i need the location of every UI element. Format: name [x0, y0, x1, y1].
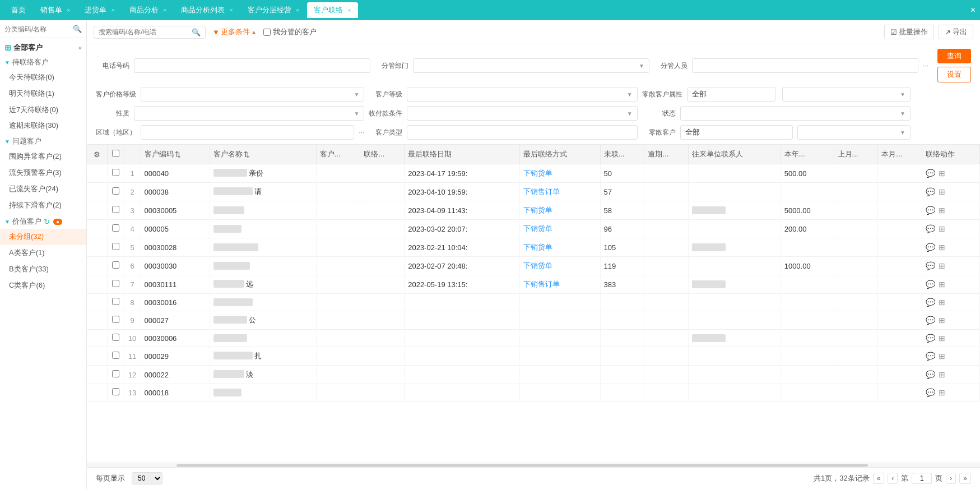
sidebar-group-value[interactable]: ▼ 价值客户 ↻ ● — [0, 213, 86, 229]
search-icon[interactable]: 🔍 — [73, 25, 82, 33]
next-page-btn[interactable]: › — [946, 473, 956, 484]
nav-tab-sales[interactable]: 销售单 × — [34, 2, 77, 18]
message-icon[interactable]: 💬 — [926, 187, 935, 196]
sidebar-item-class-b[interactable]: B类客户(33) — [0, 261, 86, 278]
select-all-checkbox[interactable] — [112, 150, 119, 157]
batch-operation-btn[interactable]: ☑ 批量操作 — [884, 25, 934, 39]
nav-tab-customer-tier[interactable]: 客户分层经营 × — [241, 2, 306, 18]
my-customers-checkbox[interactable]: 我分管的客户 — [263, 27, 317, 37]
grid-icon[interactable]: ⊞ — [939, 206, 945, 215]
nav-tab-customer-contact[interactable]: 客户联络 × — [307, 2, 357, 18]
payment-select[interactable]: ▼ — [407, 106, 637, 121]
retail-customer-select[interactable]: ▼ — [797, 125, 911, 140]
row-check[interactable] — [112, 334, 119, 341]
sidebar-item-tomorrow-pending[interactable]: 明天待联络(1) — [0, 86, 86, 102]
message-icon[interactable]: 💬 — [926, 298, 935, 307]
grid-icon[interactable]: ⊞ — [939, 352, 945, 361]
grid-icon[interactable]: ⊞ — [939, 298, 945, 307]
no-contact-column-header[interactable]: 未联... — [600, 145, 644, 164]
message-icon[interactable]: 💬 — [926, 352, 935, 361]
row-checkbox[interactable] — [107, 311, 124, 330]
row-check[interactable] — [112, 224, 119, 232]
sidebar-group-problem[interactable]: ▼ 问题客户 — [0, 134, 86, 149]
sidebar-item-unclassified[interactable]: 未分组(32) — [0, 229, 86, 245]
region-input[interactable] — [141, 125, 354, 140]
last-contact-way[interactable]: 下销售订单 — [519, 275, 600, 294]
collapse-icon[interactable]: « — [78, 44, 82, 51]
last-contact-way[interactable] — [519, 366, 600, 384]
nature-select[interactable]: ▼ — [134, 106, 364, 121]
sidebar-item-churn-warning[interactable]: 流失预警客户(3) — [0, 165, 86, 181]
manager-input[interactable] — [692, 58, 918, 73]
message-icon[interactable]: 💬 — [926, 206, 935, 215]
row-check[interactable] — [112, 243, 119, 250]
row-checkbox[interactable] — [107, 183, 124, 201]
close-icon[interactable]: × — [111, 7, 114, 13]
dept-select[interactable]: ▼ — [413, 58, 649, 73]
settings-icon[interactable]: ⚙ — [94, 150, 100, 159]
row-checkbox[interactable] — [107, 275, 124, 294]
last-contact-way[interactable] — [519, 347, 600, 366]
last-month-column-header[interactable]: 上月... — [834, 145, 878, 164]
grid-icon[interactable]: ⊞ — [939, 334, 945, 343]
customer-level-select[interactable]: ▼ — [407, 87, 637, 102]
message-icon[interactable]: 💬 — [926, 261, 935, 270]
row-check[interactable] — [112, 280, 119, 287]
grid-icon[interactable]: ⊞ — [939, 261, 945, 270]
last-contact-way[interactable]: 下销货单 — [519, 238, 600, 257]
retail-attr-select[interactable]: 全部 — [687, 87, 776, 102]
message-icon[interactable]: 💬 — [926, 370, 935, 379]
unit-contact-column-header[interactable]: 往来单位联系人 — [689, 145, 781, 164]
sidebar-item-overdue-pending[interactable]: 逾期未联络(30) — [0, 118, 86, 134]
last-page-btn[interactable]: » — [959, 473, 971, 484]
phone-input[interactable] — [134, 58, 370, 73]
export-btn[interactable]: ↗ 导出 — [939, 25, 973, 39]
row-checkbox[interactable] — [107, 220, 124, 238]
retail-customer-value-select[interactable]: 全部 — [680, 125, 793, 140]
grid-icon[interactable]: ⊞ — [939, 388, 945, 397]
message-icon[interactable]: 💬 — [926, 280, 935, 289]
row-check[interactable] — [112, 298, 119, 305]
row-checkbox[interactable] — [107, 294, 124, 311]
type-column-header[interactable]: 客户... — [316, 145, 360, 164]
this-year-column-header[interactable]: 本年... — [781, 145, 834, 164]
more-dots-icon[interactable]: ··· — [359, 128, 364, 136]
message-icon[interactable]: 💬 — [926, 169, 935, 178]
grid-icon[interactable]: ⊞ — [939, 187, 945, 196]
row-checkbox[interactable] — [107, 257, 124, 275]
sidebar-item-hoarding-abnormal[interactable]: 囤购异常客户(2) — [0, 149, 86, 165]
row-checkbox[interactable] — [107, 347, 124, 366]
row-checkbox[interactable] — [107, 366, 124, 384]
gear-column-header[interactable]: ⚙ — [87, 145, 107, 164]
last-contact-way[interactable]: 下销售订单 — [519, 183, 600, 201]
sidebar-item-class-c[interactable]: C类客户(6) — [0, 278, 86, 294]
page-input[interactable] — [912, 473, 932, 484]
message-icon[interactable]: 💬 — [926, 316, 935, 325]
overdue-column-header[interactable]: 逾期... — [644, 145, 689, 164]
row-check[interactable] — [112, 388, 119, 395]
contact-column-header[interactable]: 联络... — [360, 145, 405, 164]
row-check[interactable] — [112, 261, 119, 269]
message-icon[interactable]: 💬 — [926, 224, 935, 233]
row-check[interactable] — [112, 352, 119, 359]
message-icon[interactable]: 💬 — [926, 243, 935, 252]
last-contact-way[interactable]: 下销货单 — [519, 164, 600, 183]
message-icon[interactable]: 💬 — [926, 334, 935, 343]
last-contact-way[interactable]: 下销货单 — [519, 201, 600, 220]
sidebar-search-box[interactable]: 🔍 — [0, 20, 86, 38]
sidebar-all-customers[interactable]: ⊞ 全部客户 « — [0, 38, 86, 55]
grid-icon[interactable]: ⊞ — [939, 224, 945, 233]
last-contact-way-column-header[interactable]: 最后联络方式 — [519, 145, 600, 164]
sidebar-item-7days-pending[interactable]: 近7天待联络(0) — [0, 102, 86, 118]
sidebar-item-churned[interactable]: 已流失客户(24) — [0, 181, 86, 197]
row-checkbox[interactable] — [107, 164, 124, 183]
this-month-column-header[interactable]: 本月... — [878, 145, 922, 164]
more-dots-icon[interactable]: ··· — [923, 62, 928, 70]
last-contact-way[interactable]: 下销货单 — [519, 257, 600, 275]
close-icon[interactable]: × — [229, 7, 233, 13]
row-check[interactable] — [112, 206, 119, 213]
more-filters-btn[interactable]: ▼ 更多条件 ▲ — [212, 27, 257, 37]
window-close-icon[interactable]: × — [970, 5, 976, 15]
last-contact-way[interactable] — [519, 330, 600, 347]
customer-type-input[interactable] — [407, 125, 637, 140]
